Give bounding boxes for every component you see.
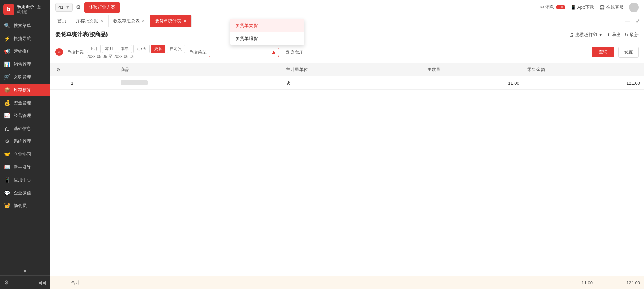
messages-label: 消息 (545, 4, 554, 10)
sidebar-item-sales[interactable]: 📊 销售管理 (0, 58, 50, 71)
export-button[interactable]: ⬆ 导出 (607, 32, 621, 38)
more-date-button[interactable]: 更多 (151, 45, 165, 53)
curr-month-button[interactable]: 本月 (102, 45, 116, 53)
tab-inventory-batch-close[interactable]: ✕ (100, 19, 103, 23)
sidebar-item-base-info[interactable]: 🗂 基础信息 (0, 122, 50, 135)
header-left: 41 ▼ ⚙ 体验行业方案 (55, 2, 120, 13)
dropdown-item-purchase-return[interactable]: 要货单退货 (230, 32, 304, 45)
tab-receive-summary-close[interactable]: ✕ (142, 19, 145, 23)
sidebar-item-search[interactable]: 🔍 搜索菜单 (0, 19, 50, 32)
sidebar-label-inventory: 库存核算 (14, 87, 31, 93)
app-sub: 标准版 (17, 10, 41, 15)
sidebar-nav: ⚡ 快捷导航 📢 营销推广 📊 销售管理 🛒 采购管理 📦 库存核算 💰 资金管… (0, 32, 50, 267)
export-icon: ⬆ (607, 32, 611, 37)
vip-icon: 👑 (4, 203, 10, 209)
store-chevron-icon: ▼ (65, 5, 70, 10)
sales-icon: 📊 (4, 61, 10, 67)
sidebar-item-quick-nav[interactable]: ⚡ 快捷导航 (0, 32, 50, 45)
page-actions: 🖨 按模板打印 ▼ ⬆ 导出 ↻ 刷新 (569, 32, 639, 38)
print-chevron-icon: ▼ (598, 32, 603, 37)
sidebar-item-wechat[interactable]: 💬 企业微信 (0, 186, 50, 199)
messages-action[interactable]: ✉ 消息 99+ (540, 4, 565, 10)
print-template-button[interactable]: 🖨 按模板打印 ▼ (569, 32, 603, 38)
tab-maximize-button[interactable]: ⤢ (634, 18, 641, 24)
refresh-button[interactable]: ↻ 刷新 (625, 32, 639, 38)
filter-settings-button[interactable]: 设置 (618, 47, 639, 58)
sidebar-item-finance[interactable]: 💰 资金管理 (0, 96, 50, 109)
sidebar-label-quick-nav: 快捷导航 (14, 36, 31, 42)
print-icon: 🖨 (569, 32, 574, 37)
data-table: ⚙ 商品 主计量单位 主数量 零售金额 1 (50, 63, 644, 90)
bill-type-select-wrapper: ▲ (209, 48, 279, 57)
table-footer: 合计 11.00 121.00 (50, 276, 644, 289)
trial-button[interactable]: 体验行业方案 (84, 2, 120, 13)
sidebar-item-system[interactable]: ⚙ 系统管理 (0, 135, 50, 148)
tab-receive-summary[interactable]: 收发存汇总表 ✕ (109, 15, 150, 27)
sidebar-item-inventory[interactable]: 📦 库存核算 (0, 84, 50, 96)
custom-date-button[interactable]: 自定义 (167, 45, 185, 53)
bill-type-label: 单据类型 (189, 49, 207, 55)
headset-icon: 🎧 (599, 5, 605, 10)
bill-type-select[interactable] (209, 48, 279, 57)
date-filter-label: 单据日期 (67, 49, 85, 55)
table-col-settings[interactable]: ⚙ (50, 63, 67, 76)
row-amount-cell: 121.00 (523, 76, 644, 90)
last-7days-button[interactable]: 近7天 (133, 45, 150, 53)
prev-month-button[interactable]: 上月 (87, 45, 101, 53)
sidebar-label-operations: 经营管理 (14, 113, 31, 119)
table-header-row: ⚙ 商品 主计量单位 主数量 零售金额 (50, 63, 644, 76)
guide-icon: 📖 (4, 164, 10, 170)
tab-home[interactable]: 首页 (53, 15, 71, 27)
tab-order-stats-label: 要货单统计表 (155, 18, 181, 24)
sidebar-label-system: 系统管理 (14, 138, 31, 144)
online-service-action[interactable]: 🎧 在线客服 (599, 4, 624, 10)
app-center-icon: 📱 (4, 177, 10, 183)
header-settings-icon[interactable]: ⚙ (76, 4, 81, 10)
sidebar-label-guide: 新手引导 (14, 164, 31, 170)
tab-order-stats[interactable]: 要货单统计表 ✕ (150, 15, 192, 27)
sidebar-item-enterprise[interactable]: 🤝 企业协同 (0, 148, 50, 161)
filter-expand-button[interactable]: » (55, 48, 63, 56)
warehouse-more-icon[interactable]: ··· (309, 49, 313, 55)
store-selector[interactable]: 41 ▼ (55, 3, 73, 12)
wechat-icon: 💬 (4, 190, 10, 196)
tab-order-stats-close[interactable]: ✕ (183, 19, 187, 23)
table-col-rownum (67, 63, 117, 76)
sidebar-item-marketing[interactable]: 📢 营销推广 (0, 45, 50, 58)
tab-minimize-button[interactable]: — (623, 18, 631, 24)
sidebar-scroll-down[interactable]: ▼ (0, 267, 50, 275)
tab-receive-summary-label: 收发存汇总表 (113, 18, 140, 24)
user-avatar[interactable] (629, 3, 639, 12)
app-name: 畅捷通好生意 (17, 4, 41, 10)
sidebar-label-base-info: 基础信息 (14, 126, 31, 132)
sidebar-item-vip[interactable]: 👑 畅会员 (0, 199, 50, 212)
query-button[interactable]: 查询 (592, 47, 614, 57)
sidebar-label-sales: 销售管理 (14, 61, 31, 67)
app-download-action[interactable]: 📱 App下载 (571, 4, 594, 10)
table-area: ⚙ 商品 主计量单位 主数量 零售金额 1 (50, 63, 644, 276)
store-name: 41 (58, 5, 63, 10)
date-group: 上月 本月 本年 近7天 更多 自定义 2023-05-06 至 2023-06… (87, 45, 185, 60)
sidebar-collapse-icon[interactable]: ◀◀ (38, 279, 46, 286)
sidebar-item-app-center[interactable]: 📱 应用中心 (0, 174, 50, 186)
curr-year-button[interactable]: 本年 (118, 45, 132, 53)
export-label: 导出 (612, 32, 621, 38)
footer-amount: 121.00 (599, 280, 640, 285)
refresh-label: 刷新 (630, 32, 639, 38)
finance-icon: 💰 (4, 100, 10, 106)
sidebar-label-wechat: 企业微信 (14, 190, 31, 196)
header-right: ✉ 消息 99+ 📱 App下载 🎧 在线客服 (540, 3, 639, 12)
sidebar-settings-icon[interactable]: ⚙ (4, 279, 9, 286)
sidebar-item-guide[interactable]: 📖 新手引导 (0, 161, 50, 174)
tab-inventory-batch[interactable]: 库存批次账 ✕ (71, 15, 109, 27)
sidebar-label-finance: 资金管理 (14, 100, 31, 106)
tab-inventory-batch-label: 库存批次账 (76, 18, 98, 24)
marketing-icon: 📢 (4, 48, 10, 54)
sidebar-item-purchase[interactable]: 🛒 采购管理 (0, 71, 50, 84)
dropdown-item-purchase-order[interactable]: 要货单要货 (230, 27, 304, 32)
sidebar-item-operations[interactable]: 📈 经营管理 (0, 109, 50, 122)
row-quantity-cell: 11.00 (423, 76, 523, 90)
sidebar-label-marketing: 营销推广 (14, 48, 31, 54)
top-header: 41 ▼ ⚙ 体验行业方案 ✉ 消息 99+ 📱 App下载 🎧 在线客服 (50, 0, 644, 15)
scroll-down-icon[interactable]: ▼ (23, 269, 27, 274)
